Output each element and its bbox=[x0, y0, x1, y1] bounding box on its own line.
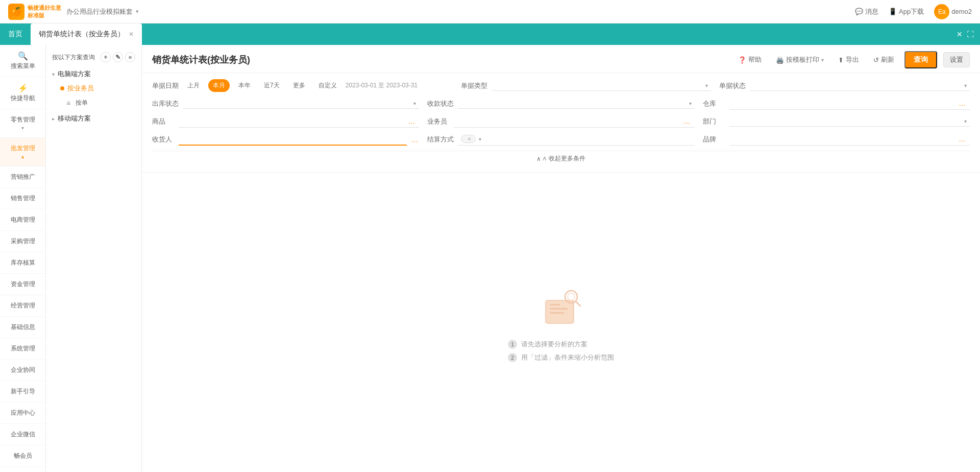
doc-type-arrow: ▾ bbox=[705, 83, 708, 88]
scheme-item-by-salesman[interactable]: 按业务员 bbox=[46, 81, 141, 96]
top-header: 🍊 畅捷通好生意 标准版 办公用品行业模拟账套 ▾ 💬 消息 📱 App下载 E… bbox=[0, 0, 980, 23]
sidebar-item-newbie[interactable]: 新手引导 bbox=[0, 381, 45, 403]
date-btn-more[interactable]: 更多 bbox=[288, 79, 310, 92]
filter-doc-status: 单据状态 ▾ bbox=[719, 81, 970, 91]
window-expand-icon[interactable]: ⛶ bbox=[967, 30, 974, 38]
date-btn-last-month[interactable]: 上月 bbox=[183, 79, 204, 92]
export-btn[interactable]: ⬆ 导出 bbox=[834, 53, 863, 66]
brand-dots[interactable]: … bbox=[959, 135, 967, 143]
home-tab-label: 首页 bbox=[8, 30, 22, 39]
out-status-select[interactable]: ▾ bbox=[183, 99, 419, 109]
sidebar-item-system[interactable]: 系统管理 bbox=[0, 338, 45, 360]
window-close-icon[interactable]: ✕ bbox=[957, 30, 963, 38]
svg-rect-3 bbox=[550, 312, 564, 314]
scheme-sub-item-by-order[interactable]: ≡ 按单 bbox=[46, 96, 141, 110]
goods-select[interactable]: … bbox=[179, 115, 419, 128]
sidebar-item-operation[interactable]: 经营管理 bbox=[0, 295, 45, 317]
message-btn[interactable]: 💬 消息 bbox=[855, 7, 878, 16]
filter-settlement: 结算方式 × ▾ bbox=[427, 133, 694, 146]
refresh-btn[interactable]: ↺ 刷新 bbox=[869, 53, 898, 66]
goods-dots[interactable]: … bbox=[408, 117, 416, 125]
settlement-select[interactable]: × ▾ bbox=[458, 133, 694, 146]
collapse-conditions-btn[interactable]: ∧ ∧ 收起更多条件 bbox=[152, 151, 970, 166]
doc-status-select[interactable]: ▾ bbox=[750, 81, 970, 91]
sidebar-item-enterprise[interactable]: 企业协同 bbox=[0, 360, 45, 381]
sidebar-item-inventory[interactable]: 库存核算 bbox=[0, 252, 45, 274]
avatar: Ea bbox=[934, 4, 949, 19]
salesman-dots[interactable]: … bbox=[683, 117, 692, 125]
scheme-add-btn[interactable]: + bbox=[101, 52, 111, 62]
sidebar-item-ecommerce[interactable]: 电商管理 bbox=[0, 209, 45, 231]
filter-warehouse: 仓库 … bbox=[703, 97, 970, 110]
sidebar-item-shortcut[interactable]: ⚡ 快捷导航 bbox=[0, 77, 45, 109]
empty-state: 1 请先选择要分析的方案 2 用「过滤」条件来缩小分析范围 bbox=[142, 173, 980, 472]
sidebar-item-wechat[interactable]: 企业微信 bbox=[0, 424, 45, 445]
help-btn[interactable]: ❓ 帮助 bbox=[734, 53, 766, 66]
query-btn[interactable]: 查询 bbox=[904, 51, 937, 68]
tab-sales-stat[interactable]: 销货单统计表（按业务员） ✕ bbox=[31, 23, 142, 45]
receiver-dots[interactable]: … bbox=[411, 135, 419, 144]
svg-line-5 bbox=[576, 301, 580, 306]
filter-salesman: 业务员 … bbox=[427, 115, 694, 128]
empty-tip-1: 1 请先选择要分析的方案 bbox=[508, 340, 614, 349]
filter-pay-status: 收款状态 ▾ bbox=[427, 99, 694, 109]
breadcrumb[interactable]: 办公用品行业模拟账套 ▾ bbox=[66, 7, 139, 16]
collapse-label: ∧ 收起更多条件 bbox=[542, 154, 585, 163]
help-icon: ❓ bbox=[738, 56, 746, 64]
scheme-section-pc-title[interactable]: ▾ 电脑端方案 bbox=[46, 67, 141, 81]
user-profile[interactable]: Ea demo2 bbox=[934, 4, 972, 19]
department-arrow: ▾ bbox=[964, 119, 967, 124]
pay-status-select[interactable]: ▾ bbox=[458, 99, 694, 109]
warehouse-select[interactable]: … bbox=[729, 97, 970, 110]
scheme-section-mobile-title[interactable]: ▸ 移动端方案 bbox=[46, 112, 141, 125]
salesman-select[interactable]: … bbox=[454, 115, 694, 128]
print-btn[interactable]: 🖨️ 按模板打印 ▾ bbox=[772, 53, 828, 66]
settings-btn[interactable]: 设置 bbox=[943, 52, 970, 67]
sidebar-item-vip[interactable]: 畅会员 bbox=[0, 445, 45, 467]
receiver-label: 收货人 bbox=[152, 135, 175, 144]
scheme-edit-btn[interactable]: ✎ bbox=[113, 52, 123, 62]
department-label: 部门 bbox=[703, 117, 725, 126]
date-btn-custom[interactable]: 自定义 bbox=[314, 79, 341, 92]
scheme-title: 按以下方案查询 bbox=[52, 53, 95, 62]
date-btn-last-7-days[interactable]: 近7天 bbox=[259, 79, 284, 92]
brand-select[interactable]: … bbox=[729, 133, 970, 146]
app-download-btn[interactable]: 📱 App下载 bbox=[889, 7, 924, 16]
doc-type-select[interactable]: ▾ bbox=[492, 81, 712, 91]
scheme-collapse-btn[interactable]: « bbox=[125, 52, 135, 62]
scheme-section-pc: ▾ 电脑端方案 按业务员 ≡ 按单 ▸ 移动端方案 bbox=[46, 65, 141, 127]
receiver-input[interactable] bbox=[179, 133, 407, 146]
doc-status-arrow: ▾ bbox=[964, 83, 967, 88]
sidebar-item-search-menu[interactable]: 🔍 搜索菜单 bbox=[0, 45, 45, 77]
pay-status-arrow: ▾ bbox=[689, 101, 692, 106]
tab-home[interactable]: 首页 bbox=[0, 23, 31, 45]
filter-doc-type: 单据类型 ▾ bbox=[461, 81, 712, 91]
settlement-tag-close[interactable]: × bbox=[468, 136, 471, 142]
sidebar-item-finance[interactable]: 资金管理 bbox=[0, 274, 45, 295]
empty-tips: 1 请先选择要分析的方案 2 用「过滤」条件来缩小分析范围 bbox=[508, 340, 614, 362]
salesman-label: 业务员 bbox=[427, 117, 450, 126]
filter-row-3: 商品 … 业务员 … 部门 bbox=[152, 115, 970, 128]
settlement-tag: × bbox=[461, 135, 475, 143]
department-select[interactable]: ▾ bbox=[729, 116, 970, 127]
date-btn-this-month[interactable]: 本月 bbox=[208, 79, 230, 92]
sidebar-item-marketing[interactable]: 营销推广 bbox=[0, 167, 45, 188]
sidebar-item-retail[interactable]: 零售管理 ▾ bbox=[0, 109, 45, 138]
date-btn-this-year[interactable]: 本年 bbox=[234, 79, 255, 92]
sidebar-item-purchase[interactable]: 采购管理 bbox=[0, 231, 45, 252]
pay-status-label: 收款状态 bbox=[427, 99, 454, 108]
warehouse-dots[interactable]: … bbox=[959, 99, 967, 107]
sidebar-item-sales[interactable]: 销售管理 bbox=[0, 188, 45, 209]
active-dot bbox=[60, 86, 64, 90]
sidebar-item-wholesale[interactable]: 批发管理 ▴ bbox=[0, 138, 45, 167]
scheme-header: 按以下方案查询 + ✎ « bbox=[46, 49, 141, 65]
filter-goods: 商品 … bbox=[152, 115, 419, 128]
sidebar-item-basic[interactable]: 基础信息 bbox=[0, 317, 45, 338]
tab-close-btn[interactable]: ✕ bbox=[129, 31, 134, 38]
logo-icon: 🍊 bbox=[8, 4, 24, 20]
tip-num-1: 1 bbox=[508, 340, 517, 349]
filter-brand: 品牌 … bbox=[703, 133, 970, 146]
svg-rect-1 bbox=[550, 304, 560, 305]
sidebar-item-appcenter[interactable]: 应用中心 bbox=[0, 403, 45, 424]
phone-icon: 📱 bbox=[889, 8, 897, 15]
